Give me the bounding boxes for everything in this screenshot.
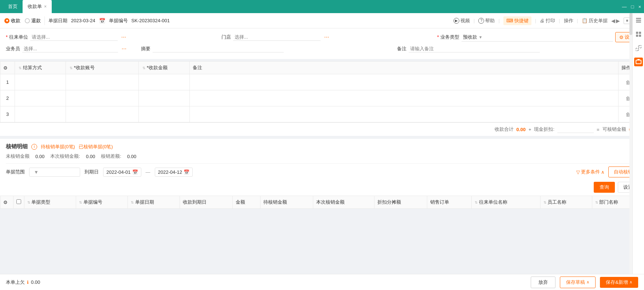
range-select[interactable]: ▼ <box>29 168 80 177</box>
sidebar-link-icon[interactable] <box>634 44 643 52</box>
btable-salesorder-header: 销售订单 <box>427 196 472 209</box>
row-2-payment[interactable] <box>15 90 66 106</box>
btable-dept-label: 部门名称 <box>599 199 618 205</box>
row-3-amount[interactable] <box>139 106 190 122</box>
row-1-account[interactable] <box>66 74 139 90</box>
sidebar-screen-icon[interactable] <box>634 58 643 66</box>
history-label: 历史单据 <box>589 17 608 24</box>
row-2-remark[interactable] <box>190 90 619 106</box>
diff-label: 核销差额: <box>101 153 121 160</box>
date-to-input[interactable]: 2022-04-12 📅 <box>155 168 193 177</box>
nav-right-btn[interactable]: ▶ <box>616 18 620 24</box>
hexiao-pending-tab[interactable]: 待核销单据(0笔) <box>41 144 75 150</box>
btable-employee-label: 员工名称 <box>547 199 566 205</box>
salesman-ellipsis-btn[interactable]: ··· <box>122 46 126 52</box>
shortcut-btn[interactable]: ⌨ 快捷键 <box>503 16 531 25</box>
footer-info-icon[interactable]: ℹ <box>27 280 29 285</box>
row-1-amount[interactable] <box>139 74 190 90</box>
query-btn[interactable]: 查询 <box>594 182 615 193</box>
hexiao-stats: 未核销金额 0.00 本次核销金额: 0.00 核销差额: 0.00 <box>6 153 638 160</box>
save-new-btn[interactable]: 保存&新增 ∧ <box>600 277 638 288</box>
close-btn[interactable]: × <box>638 4 641 9</box>
radio-receive[interactable]: 收款 <box>4 17 20 24</box>
row-2-amount[interactable] <box>139 90 190 106</box>
sidebar-table-icon[interactable] <box>634 16 643 25</box>
scrollbar[interactable] <box>629 13 632 274</box>
unchecked-value: 0.00 <box>35 154 44 159</box>
num-sort[interactable]: ⇅ <box>79 200 82 204</box>
partner-input[interactable] <box>30 34 118 41</box>
radio-receive-label: 收款 <box>11 17 20 24</box>
hexiao-title: 核销明细 <box>6 143 28 150</box>
num-value: SK-20230324-001 <box>131 18 170 23</box>
biz-type-select[interactable]: 预收款 ▼ <box>462 33 613 42</box>
salesman-input[interactable] <box>22 45 118 52</box>
btable-gear-header[interactable]: ⚙ <box>0 196 13 209</box>
minimize-btn[interactable]: — <box>622 4 627 9</box>
tab-home[interactable]: 首页 <box>3 0 23 13</box>
row-2-num: 2 <box>0 90 15 106</box>
print-btn[interactable]: 🖨 打印 <box>540 17 555 24</box>
radio-refund[interactable]: 退款 <box>25 17 41 24</box>
radio-refund-label: 退款 <box>31 17 41 24</box>
help-btn[interactable]: ? 帮助 <box>478 17 495 24</box>
hexiao-info-icon[interactable]: i <box>31 144 37 150</box>
shop-field: 门店 ··· <box>221 34 423 41</box>
gear-header[interactable]: ⚙ <box>0 62 15 74</box>
discount-input[interactable] <box>557 126 594 133</box>
shop-ellipsis-btn[interactable]: ··· <box>324 34 329 40</box>
biz-type-label: * 业务类型 <box>437 34 459 40</box>
btable-current-label: 本次核销金额 <box>316 199 345 205</box>
employee-sort[interactable]: ⇅ <box>543 200 546 204</box>
maximize-btn[interactable]: □ <box>631 4 634 9</box>
calendar-icon[interactable]: 📅 <box>99 18 105 24</box>
summary-input[interactable] <box>153 45 284 52</box>
row-3-remark[interactable] <box>190 106 619 122</box>
video-btn[interactable]: ▶ 视频 <box>453 17 470 24</box>
shop-input[interactable] <box>233 34 321 41</box>
diff-value: 0.00 <box>127 154 136 159</box>
row-2-account[interactable] <box>66 90 139 106</box>
row-3-payment[interactable] <box>15 106 66 122</box>
row-1-remark[interactable] <box>190 74 619 90</box>
nav-left-btn[interactable]: ◀ <box>611 18 615 24</box>
type-sort[interactable]: ⇅ <box>27 200 30 204</box>
partner-sort[interactable]: ⇅ <box>475 200 478 204</box>
sidebar-grid-icon[interactable] <box>634 30 643 39</box>
remark-input[interactable] <box>409 45 540 52</box>
tab-active[interactable]: 收款单 × <box>23 0 52 13</box>
row-1-payment[interactable] <box>15 74 66 90</box>
more-conditions-btn[interactable]: ▽ 更多条件 ∧ <box>576 169 605 175</box>
btable-partner-label: 往来单位名称 <box>479 199 507 205</box>
tab-close-btn[interactable]: × <box>44 4 47 9</box>
partner-ellipsis-btn[interactable]: ··· <box>121 34 126 40</box>
amount-sort[interactable]: ⇅ <box>142 66 145 70</box>
row-3-num: 3 <box>0 106 15 122</box>
account-label: *收款账号 <box>74 65 95 70</box>
draft-btn[interactable]: 保存草稿 ∧ <box>560 277 596 288</box>
history-btn[interactable]: 📋 历史单据 <box>582 17 608 24</box>
operations-btn[interactable]: 操作 <box>564 17 573 24</box>
btable-select-all[interactable] <box>16 199 21 204</box>
payment-sort[interactable]: ⇅ <box>19 66 21 70</box>
date-from-input[interactable]: 2022-04-01 📅 <box>103 168 141 177</box>
scroll-thumb[interactable] <box>629 13 632 35</box>
help-icon: ? <box>478 18 484 24</box>
svg-rect-6 <box>639 35 641 37</box>
main-table-wrapper: ⚙ ⇅ 结算方式 ⇅ *收款账号 ⇅ *收款金额 备注 操作 <box>0 61 644 122</box>
abandon-btn[interactable]: 放弃 <box>531 277 555 288</box>
table-row: 2 🗑 ⧉ <box>0 90 644 106</box>
dept-sort[interactable]: ⇅ <box>595 200 598 204</box>
shortcut-icon: ⌨ <box>506 18 513 23</box>
hexiao-done-tab[interactable]: 已核销单据(0笔) <box>79 144 113 150</box>
form-area: * 往来单位 ··· 门店 ··· * 业务类型 预收款 ▼ ⚙ 设置 <box>0 28 644 61</box>
btable-checkbox-header[interactable] <box>13 196 24 209</box>
shop-label: 门店 <box>221 34 231 40</box>
row-3-account[interactable] <box>66 106 139 122</box>
date-sort[interactable]: ⇅ <box>131 200 134 204</box>
form-row-1: * 往来单位 ··· 门店 ··· * 业务类型 预收款 ▼ ⚙ 设置 <box>6 32 638 42</box>
btable-type-label: 单据类型 <box>31 199 50 205</box>
account-sort[interactable]: ⇅ <box>70 66 72 70</box>
this-total-label: 本单上欠 <box>6 279 25 286</box>
video-label: 视频 <box>460 17 470 24</box>
